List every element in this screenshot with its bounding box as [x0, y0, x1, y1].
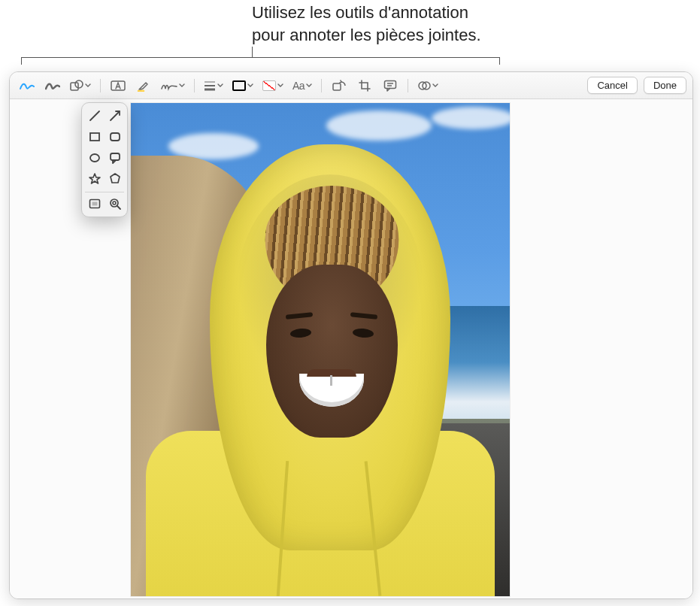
svg-rect-17 [111, 153, 120, 160]
shape-rounded-rectangle[interactable] [107, 129, 123, 145]
shape-polygon[interactable] [107, 171, 123, 187]
shapes-popover [81, 102, 128, 217]
callout-bracket-left-tick [21, 57, 22, 65]
popover-divider [85, 192, 124, 192]
svg-rect-6 [333, 83, 341, 90]
sketch-tool[interactable] [16, 76, 38, 95]
crop-icon [359, 80, 371, 92]
shape-rectangle[interactable] [86, 129, 102, 145]
scribble-icon [20, 80, 35, 92]
chevron-down-icon [277, 83, 283, 88]
text-style-label: Aa [292, 80, 305, 92]
callout-connector [252, 47, 253, 57]
toolbar-separator [408, 79, 408, 92]
svg-rect-14 [90, 133, 99, 141]
image-description-tool[interactable] [379, 76, 402, 95]
svg-point-16 [90, 154, 99, 162]
shape-speech-bubble[interactable] [107, 150, 123, 166]
draw-tool[interactable] [41, 76, 64, 95]
shape-arrow[interactable] [107, 108, 123, 124]
photo-face [266, 265, 398, 438]
fill-swatch-icon [262, 80, 276, 91]
shapes-icon [70, 80, 83, 92]
svg-line-12 [90, 111, 99, 120]
svg-rect-19 [92, 202, 97, 206]
more-tools[interactable] [414, 76, 441, 95]
attachment-image[interactable] [130, 102, 511, 597]
svg-point-1 [75, 80, 83, 88]
markup-window: Aa [9, 71, 693, 599]
toolbar-separator [194, 79, 195, 92]
shape-ellipse[interactable] [86, 150, 102, 166]
photo-tooth-gap [330, 375, 332, 386]
rotate-icon [332, 80, 346, 92]
svg-rect-0 [71, 83, 78, 90]
callout-bracket-right-tick [499, 57, 500, 65]
callout-bracket [21, 57, 499, 58]
speech-bubble-text-icon [383, 80, 397, 92]
callout-label: Utilisez les outils d'annotation pour an… [252, 2, 481, 46]
callout-line1: Utilisez les outils d'annotation [252, 2, 481, 24]
toolbar-separator [100, 79, 101, 92]
chevron-down-icon [217, 83, 223, 88]
shape-line[interactable] [86, 108, 102, 124]
line-weight-icon [204, 80, 216, 91]
callout-line2: pour annoter les pièces jointes. [252, 24, 481, 47]
photo-cloud [432, 107, 511, 129]
chevron-down-icon [247, 83, 253, 88]
toolbar-separator [321, 79, 322, 92]
svg-rect-7 [385, 80, 396, 88]
chevron-down-icon [432, 83, 438, 88]
markup-toolbar: Aa [10, 72, 692, 99]
highlight-tool[interactable] [132, 76, 155, 95]
shapes-overlap-icon [417, 80, 431, 92]
text-style-tool[interactable]: Aa [289, 76, 315, 95]
svg-point-21 [113, 201, 116, 205]
cancel-button[interactable]: Cancel [587, 77, 637, 94]
svg-rect-15 [111, 133, 120, 141]
stroke-swatch-icon [232, 80, 246, 91]
shapes-tool[interactable] [67, 76, 94, 95]
shape-loupe[interactable] [107, 195, 123, 212]
chevron-down-icon [306, 83, 312, 88]
text-tool[interactable] [107, 76, 129, 95]
scribble-thick-icon [45, 80, 60, 92]
chevron-down-icon [179, 83, 185, 88]
signature-icon [161, 80, 177, 92]
highlighter-icon [137, 80, 150, 92]
crop-tool[interactable] [353, 76, 376, 95]
svg-line-22 [117, 206, 120, 209]
done-button[interactable]: Done [644, 77, 686, 94]
text-box-icon [111, 80, 126, 92]
chevron-down-icon [85, 83, 91, 88]
shape-star[interactable] [86, 171, 102, 187]
border-color-tool[interactable] [229, 76, 256, 95]
photo-cloud [326, 111, 432, 141]
svg-line-13 [111, 112, 119, 120]
fill-color-tool[interactable] [259, 76, 286, 95]
shape-style-tool[interactable] [201, 76, 226, 95]
shape-mask[interactable] [86, 195, 102, 212]
sign-tool[interactable] [158, 76, 188, 95]
rotate-tool[interactable] [328, 76, 350, 95]
